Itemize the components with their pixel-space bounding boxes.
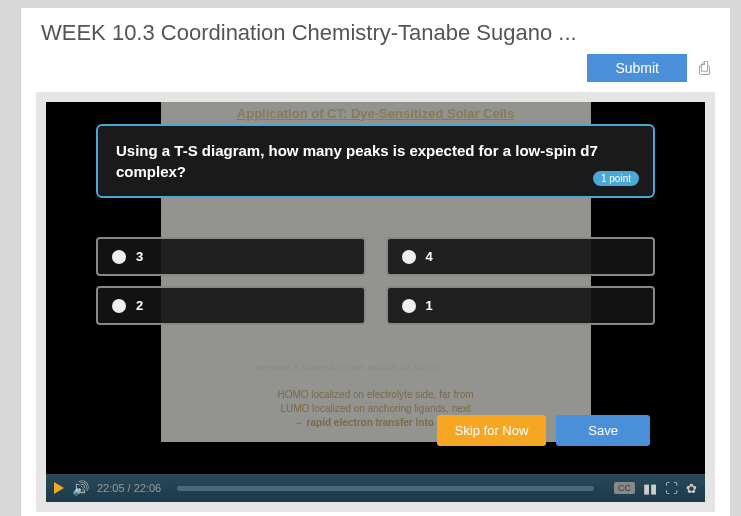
option-label: 1 <box>426 298 433 313</box>
option-label: 3 <box>136 249 143 264</box>
radio-icon <box>402 299 416 313</box>
cc-button[interactable]: CC <box>614 482 635 494</box>
option-3[interactable]: 3 <box>96 237 366 276</box>
transcript-icon[interactable]: ▮▮ <box>643 481 657 496</box>
option-label: 2 <box>136 298 143 313</box>
player-bar: 🔊 22:05 / 22:06 CC ▮▮ ⛶ ✿ <box>46 474 705 502</box>
volume-icon[interactable]: 🔊 <box>72 480 89 496</box>
play-icon[interactable] <box>54 482 64 494</box>
radio-icon <box>112 250 126 264</box>
option-label: 4 <box>426 249 433 264</box>
question-text: Using a T-S diagram, how many peaks is e… <box>116 140 635 182</box>
points-badge: 1 point <box>593 171 639 186</box>
print-icon[interactable]: ⎙ <box>699 58 710 79</box>
option-4[interactable]: 4 <box>386 237 656 276</box>
option-2[interactable]: 2 <box>96 286 366 325</box>
page-title: WEEK 10.3 Coordination Chemistry-Tanabe … <box>41 20 710 46</box>
submit-button[interactable]: Submit <box>587 54 687 82</box>
skip-button[interactable]: Skip for Now <box>437 415 547 446</box>
video-container: Application of CT: Dye-Sensitized Solar … <box>36 92 715 512</box>
fullscreen-icon[interactable]: ⛶ <box>665 481 678 496</box>
settings-icon[interactable]: ✿ <box>686 481 697 496</box>
slide-line-2: LUMO localized on anchoring ligands, nex… <box>277 402 473 416</box>
save-button[interactable]: Save <box>556 415 650 446</box>
time-display: 22:05 / 22:06 <box>97 482 161 494</box>
radio-icon <box>402 250 416 264</box>
progress-bar[interactable] <box>177 486 598 491</box>
slide-title: Application of CT: Dye-Sensitized Solar … <box>237 106 514 121</box>
radio-icon <box>112 299 126 313</box>
slide-citation: Baghshahi, B. Colored, Acc. Chem. Res 20… <box>256 364 439 371</box>
option-1[interactable]: 1 <box>386 286 656 325</box>
question-box: Using a T-S diagram, how many peaks is e… <box>96 124 655 198</box>
progress-fill <box>177 486 594 491</box>
slide-line-1: HOMO localized on electrolyte side, far … <box>277 388 473 402</box>
